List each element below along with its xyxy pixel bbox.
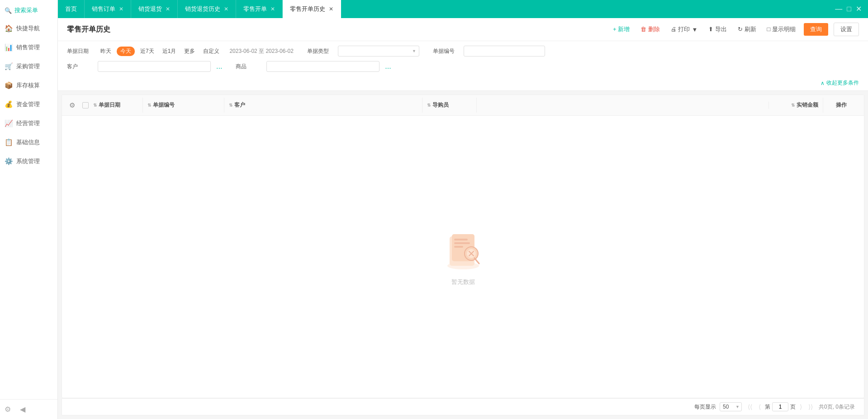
sidebar-item-icon-biz-mgmt: 📈 [5,119,13,127]
page-size-label: 每页显示 [694,403,716,411]
settings-footer-btn[interactable]: ⚙ [5,405,11,414]
sidebar-item-label-stock-check: 库存核算 [16,81,40,89]
page-nav: ⟨⟨ ⟨ 第 页 ⟩ ⟩⟩ [745,402,815,411]
search-icon: 🔍 [5,7,12,14]
date-btn-custom[interactable]: 自定义 [200,47,222,56]
filter-customer-field: 客户 ... [67,61,222,72]
page-header: 零售开单历史 + 新增 🗑 删除 🖨 打印 ▼ ⬆ 导出 ↻ 刷新 □ 显示明细… [58,18,868,41]
refresh-button[interactable]: ↻ 刷新 [735,24,759,35]
display-detail-button[interactable]: □ 显示明细 [764,24,798,35]
page-suffix: 页 [790,403,796,411]
filter-goods-pick-btn[interactable]: ... [385,62,391,71]
date-btn-7days[interactable]: 近7天 [138,47,157,56]
sidebar-item-finance-mgmt[interactable]: 💰 资金管理 [0,95,57,114]
svg-rect-4 [454,242,470,244]
th-num: ⇅ 单据编号 [143,98,224,113]
sidebar-item-biz-mgmt[interactable]: 📈 经营管理 [0,114,57,133]
sidebar-item-quick-nav[interactable]: 🏠 快捷导航 [0,19,57,38]
date-btn-yesterday[interactable]: 昨天 [98,47,114,56]
tab-close-retail-open[interactable]: ✕ [270,6,275,12]
tab-label-retail-open-history: 零售开单历史 [290,5,325,13]
page-last-btn[interactable]: ⟩⟩ [806,402,815,411]
sidebar-item-label-sys-mgmt: 系统管理 [16,157,40,165]
collapse-label: 收起更多条件 [826,79,859,87]
empty-illustration [441,227,486,273]
filter-customer-label: 客户 [67,63,94,71]
select-all-checkbox[interactable] [82,102,89,108]
tab-bar: 首页销售订单✕销货退货✕销货退货历史✕零售开单✕零售开单历史✕ — □ ✕ [58,0,868,18]
page-prev-btn[interactable]: ⟨ [756,402,763,411]
filter-doctype-field: 单据类型 [307,46,419,56]
table-area: ⚙ ⇅ 单据日期 ⇅ 单据编号 ⇅ 客户 [62,94,864,398]
page-content: 零售开单历史 + 新增 🗑 删除 🖨 打印 ▼ ⬆ 导出 ↻ 刷新 □ 显示明细… [58,18,868,419]
page-first-btn[interactable]: ⟨⟨ [745,402,754,411]
collapse-sidebar-btn[interactable]: ◀ [20,405,25,414]
page-size-select[interactable]: 50 10 20 100 [720,402,742,411]
sidebar-item-stock-check[interactable]: 📦 库存核算 [0,76,57,95]
sidebar-item-sales-mgmt[interactable]: 📊 销售管理 [0,38,57,57]
tab-label-home: 首页 [65,5,77,13]
sort-amount-icon[interactable]: ⇅ [791,103,795,108]
pagination: 每页显示 50 10 20 100 ⟨⟨ ⟨ 第 页 ⟩ ⟩⟩ 共0页, 0条记… [62,398,864,415]
svg-rect-5 [454,246,463,248]
sidebar-footer: ⚙ ◀ [0,399,57,419]
print-icon: 🖨 打印 [671,25,690,33]
tab-retail-open[interactable]: 零售开单✕ [236,0,283,18]
sort-customer-icon[interactable]: ⇅ [229,103,232,108]
date-btn-1month[interactable]: 近1月 [160,47,179,56]
th-customer-label: 客户 [234,101,245,109]
sidebar-search-label: 搜索采单 [14,6,38,14]
sidebar-nav: 🏠 快捷导航 📊 销售管理 🛒 采购管理 📦 库存核算 💰 资金管理 📈 经营管… [0,19,57,399]
sidebar-search[interactable]: 🔍 搜索采单 [0,0,57,19]
query-button[interactable]: 查询 [804,23,828,36]
table-toolbar: ⚙ ⇅ 单据日期 ⇅ 单据编号 ⇅ 客户 [62,95,864,116]
settings-button[interactable]: 设置 [834,23,859,36]
add-button[interactable]: + 新增 [610,24,632,35]
table-body: 暂无数据 [62,116,864,398]
filter-customer-pick-btn[interactable]: ... [216,62,222,71]
filter-row-1: 单据日期 昨天 今天 近7天 近1月 更多 自定义 2023-06-02 至 2… [67,46,859,56]
date-btn-more[interactable]: 更多 [181,47,198,56]
delete-button[interactable]: 🗑 删除 [638,24,663,35]
filter-docnum-input[interactable] [464,46,545,56]
page-number-input[interactable] [772,402,788,411]
sidebar-item-base-info[interactable]: 📋 基础信息 [0,133,57,152]
filter-collapse-btn[interactable]: ∧ 收起更多条件 [821,79,859,87]
tab-sales-order[interactable]: 销售订单✕ [85,0,131,18]
tab-label-sales-order: 销售订单 [92,5,115,13]
sort-num-icon[interactable]: ⇅ [147,103,151,108]
tab-sales-return-history[interactable]: 销货退货历史✕ [178,0,236,18]
sidebar-item-icon-sys-mgmt: ⚙️ [5,157,13,165]
page-next-btn[interactable]: ⟩ [797,402,804,411]
tab-close-sales-return-history[interactable]: ✕ [224,6,228,12]
tab-close-sales-return[interactable]: ✕ [166,6,170,12]
table-settings-btn[interactable]: ⚙ [66,100,78,110]
sidebar-item-icon-finance-mgmt: 💰 [5,100,13,108]
date-btn-today[interactable]: 今天 [117,47,135,56]
tab-home[interactable]: 首页 [58,0,85,18]
sort-date-icon[interactable]: ⇅ [93,103,97,108]
filter-goods-input[interactable] [266,61,379,72]
minimize-btn[interactable]: — [835,5,842,13]
filter-doctype-select[interactable] [338,46,419,56]
tab-label-sales-return-history: 销货退货历史 [185,5,220,13]
filter-customer-input[interactable] [98,61,211,72]
tab-sales-return[interactable]: 销货退货✕ [131,0,178,18]
sidebar-item-sys-mgmt[interactable]: ⚙️ 系统管理 [0,152,57,171]
print-button[interactable]: 🖨 打印 ▼ [668,24,701,35]
filter-section: 单据日期 昨天 今天 近7天 近1月 更多 自定义 2023-06-02 至 2… [58,41,868,91]
svg-line-10 [474,258,479,264]
main-area: 首页销售订单✕销货退货✕销货退货历史✕零售开单✕零售开单历史✕ — □ ✕ 零售… [58,0,868,419]
sidebar-item-icon-sales-mgmt: 📊 [5,43,13,52]
sidebar-item-purchase-mgmt[interactable]: 🛒 采购管理 [0,57,57,76]
close-btn[interactable]: ✕ [856,5,862,13]
maximize-btn[interactable]: □ [847,5,851,13]
export-button[interactable]: ⬆ 导出 [706,24,730,35]
th-op: 操作 [823,98,859,113]
tab-close-retail-open-history[interactable]: ✕ [329,6,333,12]
page-size-wrap: 50 10 20 100 [720,402,742,411]
sort-guide-icon[interactable]: ⇅ [427,103,431,108]
tab-retail-open-history[interactable]: 零售开单历史✕ [283,0,341,18]
tab-close-sales-order[interactable]: ✕ [119,6,123,12]
sidebar-item-label-sales-mgmt: 销售管理 [16,43,40,52]
